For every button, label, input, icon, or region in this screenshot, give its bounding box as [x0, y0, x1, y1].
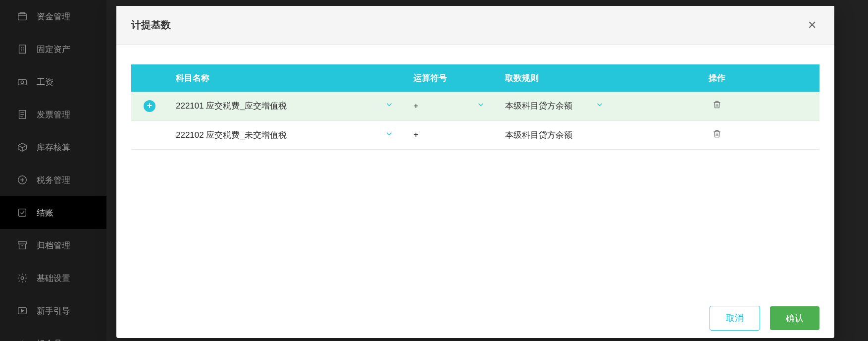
cell-subject[interactable]: 222102 应交税费_未交增值税 — [166, 120, 404, 149]
rule-value: 本级科目贷方余额 — [505, 129, 572, 141]
money-icon — [17, 76, 28, 87]
sidebar: 资金管理 固定资产 工资 发票管理 库存核算 税务管理 结账 — [0, 0, 106, 341]
modal-body: 科目名称 运算符号 取数规则 操作 +222101 应交税费_应交增值税+本级科… — [116, 45, 834, 298]
subject-value: 222102 应交税费_未交增值税 — [176, 129, 287, 141]
operator-value: + — [413, 101, 418, 111]
sidebar-label: 固定资产 — [37, 44, 70, 55]
modal-title: 计提基数 — [131, 18, 171, 32]
vip-icon — [17, 338, 28, 341]
cell-operator[interactable]: + — [404, 120, 495, 149]
cell-operator[interactable]: + — [404, 92, 495, 120]
sidebar-label: 结账 — [37, 207, 53, 219]
sidebar-item-assets[interactable]: 固定资产 — [0, 33, 106, 65]
checkout-icon — [17, 207, 28, 218]
svg-rect-1 — [19, 45, 26, 54]
sidebar-item-salary[interactable]: 工资 — [0, 65, 106, 98]
sidebar-item-closing[interactable]: 结账 — [0, 196, 106, 229]
gear-icon — [17, 273, 28, 284]
header-rule: 取数规则 — [495, 64, 614, 92]
sidebar-label: 库存核算 — [37, 142, 70, 153]
cell-rule[interactable]: 本级科目贷方余额 — [495, 120, 614, 149]
base-table: 科目名称 运算符号 取数规则 操作 +222101 应交税费_应交增值税+本级科… — [131, 64, 819, 150]
sidebar-label: 归档管理 — [37, 240, 70, 251]
delete-row-button[interactable] — [712, 129, 722, 139]
chevron-down-icon[interactable] — [385, 100, 394, 112]
sidebar-item-funds[interactable]: 资金管理 — [0, 0, 106, 33]
svg-rect-2 — [18, 79, 27, 85]
cell-action — [614, 120, 819, 149]
cell-add: + — [131, 92, 166, 120]
rule-value: 本级科目贷方余额 — [505, 100, 572, 112]
modal-header: 计提基数 ✕ — [116, 6, 834, 45]
box-icon — [17, 142, 28, 153]
wallet-icon — [17, 11, 28, 22]
sidebar-item-inventory[interactable]: 库存核算 — [0, 131, 106, 164]
chevron-down-icon[interactable] — [476, 100, 485, 112]
header-action: 操作 — [614, 64, 819, 92]
cell-subject[interactable]: 222101 应交税费_应交增值税 — [166, 92, 404, 120]
tax-icon — [17, 174, 28, 185]
modal: 计提基数 ✕ 科目名称 运算符号 取数规则 操作 +222101 应交税费_应交… — [116, 6, 834, 338]
sidebar-label: 畅会员 — [37, 338, 62, 341]
cancel-button[interactable]: 取消 — [710, 306, 760, 331]
close-icon: ✕ — [808, 19, 817, 32]
sidebar-item-invoice[interactable]: 发票管理 — [0, 98, 106, 131]
header-operator: 运算符号 — [404, 64, 495, 92]
sidebar-label: 资金管理 — [37, 11, 70, 22]
svg-rect-0 — [18, 14, 27, 20]
header-subject: 科目名称 — [166, 64, 404, 92]
sidebar-item-guide[interactable]: 新手引导 — [0, 294, 106, 327]
close-button[interactable]: ✕ — [805, 18, 819, 33]
sidebar-item-archive[interactable]: 归档管理 — [0, 229, 106, 262]
table-row: +222101 应交税费_应交增值税+本级科目贷方余额 — [131, 92, 819, 120]
building-icon — [17, 44, 28, 55]
cell-add — [131, 120, 166, 149]
sidebar-label: 税务管理 — [37, 174, 70, 186]
table-header-row: 科目名称 运算符号 取数规则 操作 — [131, 64, 819, 92]
chevron-down-icon[interactable] — [595, 100, 604, 112]
sidebar-label: 发票管理 — [37, 109, 70, 120]
delete-row-button[interactable] — [712, 100, 722, 110]
modal-footer: 取消 确认 — [116, 298, 834, 338]
svg-rect-7 — [18, 242, 27, 244]
subject-value: 222101 应交税费_应交增值税 — [176, 100, 287, 112]
header-add — [131, 64, 166, 92]
sidebar-item-vip[interactable]: 畅会员 — [0, 327, 106, 341]
sidebar-label: 基础设置 — [37, 273, 70, 284]
table-row: 222102 应交税费_未交增值税+本级科目贷方余额 — [131, 120, 819, 149]
add-row-button[interactable]: + — [144, 100, 155, 112]
archive-icon — [17, 240, 28, 251]
cell-rule[interactable]: 本级科目贷方余额 — [495, 92, 614, 120]
operator-value: + — [413, 130, 418, 140]
svg-rect-6 — [19, 209, 26, 217]
svg-point-3 — [21, 81, 24, 84]
play-icon — [17, 305, 28, 316]
invoice-icon — [17, 109, 28, 120]
chevron-down-icon[interactable] — [385, 129, 394, 141]
sidebar-item-tax[interactable]: 税务管理 — [0, 164, 106, 196]
sidebar-label: 新手引导 — [37, 305, 70, 317]
confirm-button[interactable]: 确认 — [770, 306, 819, 330]
cell-action — [614, 92, 819, 120]
sidebar-item-settings[interactable]: 基础设置 — [0, 262, 106, 294]
svg-point-8 — [21, 277, 24, 280]
sidebar-label: 工资 — [37, 76, 53, 88]
